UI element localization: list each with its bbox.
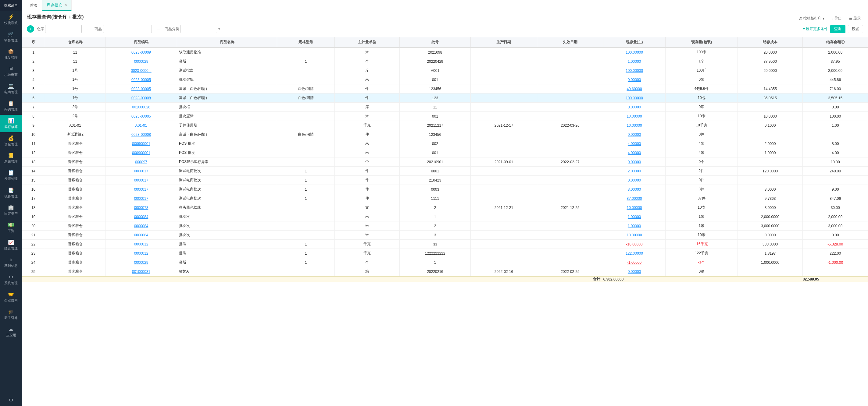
cell-amount: 9.00 — [803, 185, 868, 194]
cell-qty[interactable]: 0.00000 — [603, 103, 665, 112]
cell-unit: 支 — [335, 203, 399, 212]
cell-code[interactable]: 0000012 — [105, 240, 177, 249]
tab-inventory-batch[interactable]: 库存批次 ✕ — [42, 0, 72, 11]
sidebar-item-finance[interactable]: 💰 资金管理 — [0, 132, 22, 149]
sidebar-item-purchase[interactable]: 📋 采购管理 — [0, 98, 22, 115]
cell-qty[interactable]: 0.00000 — [603, 158, 665, 167]
category-input[interactable] — [181, 25, 217, 33]
table-row: 20普客粮仓0000084批次次米21.000001米3,000.00003,0… — [22, 222, 868, 231]
cell-code[interactable]: 0023-0000... — [105, 66, 177, 75]
cell-code[interactable]: 0023-00005 — [105, 75, 177, 84]
cell-qty[interactable]: 3.00000 — [603, 185, 665, 194]
cell-pkg: 10米 — [665, 231, 738, 240]
cell-cost: 3.0000 — [738, 185, 803, 194]
expand-conditions-btn[interactable]: ▾ 展开更多条件 — [803, 27, 828, 32]
cell-code[interactable]: 0000017 — [105, 176, 177, 185]
cell-qty[interactable]: 2.00000 — [603, 167, 665, 176]
sidebar-logo[interactable]: 搜索菜单 — [0, 0, 22, 11]
cell-code[interactable]: 0023-00009 — [105, 47, 177, 57]
sidebar-item-tax[interactable]: 📑 税务管理 — [0, 184, 22, 202]
sidebar-item-inventory[interactable]: 📊 库存核算 — [0, 115, 22, 132]
print-btn[interactable]: 🖨 按模板打印 ▾ — [796, 14, 827, 22]
cell-code[interactable]: 0000084 — [105, 231, 177, 240]
sidebar-item-ecom[interactable]: 💻 电商管理 — [0, 80, 22, 98]
cell-qty[interactable]: 10.00000 — [603, 121, 665, 130]
cell-code[interactable]: 0023-00008 — [105, 130, 177, 139]
cell-qty[interactable]: 10.00000 — [603, 112, 665, 121]
cell-qty[interactable]: 100.00000 — [603, 47, 665, 57]
cell-code[interactable]: 0023-00005 — [105, 112, 177, 121]
cell-code[interactable]: 000900001 — [105, 139, 177, 148]
cell-qty[interactable]: 100.00000 — [603, 66, 665, 75]
cell-qty[interactable]: 10.00000 — [603, 203, 665, 212]
sidebar-item-salary[interactable]: 💵 工资 — [0, 219, 22, 236]
sidebar-item-invoice[interactable]: 🧾 发票管理 — [0, 167, 22, 184]
product-input[interactable] — [103, 25, 152, 33]
cell-pkg: 100米 — [665, 47, 738, 57]
query-btn[interactable]: 查询 — [830, 25, 845, 33]
sidebar-item-wholesale[interactable]: 📦 批发管理 — [0, 46, 22, 63]
table-container[interactable]: 序 仓库名称 商品编码 商品名称 规格型号 主计量单位 批号 生产日期 失效日期… — [22, 37, 868, 406]
warehouse-input[interactable] — [45, 25, 82, 33]
cell-qty[interactable]: 1.00000 — [603, 212, 665, 222]
sidebar-item-nav[interactable]: ⚡ 快捷导航 — [0, 11, 22, 28]
search-toggle-btn[interactable]: › — [27, 25, 34, 33]
sidebar-item-system[interactable]: ⚙ 系统管理 — [0, 271, 22, 289]
cell-spec: 1 — [277, 176, 335, 185]
cell-qty[interactable]: 100.00000 — [603, 94, 665, 103]
cell-qty[interactable]: -16.00000 — [603, 240, 665, 249]
cell-qty[interactable]: 0.00000 — [603, 130, 665, 139]
cell-code[interactable]: 0000084 — [105, 212, 177, 222]
cell-code[interactable]: 000097 — [105, 158, 177, 167]
cell-code[interactable]: 0000017 — [105, 167, 177, 176]
tab-close-icon[interactable]: ✕ — [64, 3, 67, 7]
cell-code[interactable]: 0000084 — [105, 222, 177, 231]
sidebar-item-xrec[interactable]: 🖥 小融电商 — [0, 63, 22, 80]
cell-unit: 件 — [335, 194, 399, 203]
cell-qty[interactable]: 49.60000 — [603, 84, 665, 94]
tab-home[interactable]: 首页 — [26, 0, 42, 11]
cell-warehouse: 普客粮仓 — [45, 249, 105, 258]
sidebar-item-guide[interactable]: 🎓 新手引导 — [0, 306, 22, 323]
cell-qty[interactable]: 4.00000 — [603, 148, 665, 158]
cell-qty[interactable]: 87.00000 — [603, 194, 665, 203]
cell-code[interactable]: 0000012 — [105, 249, 177, 258]
cell-warehouse: 2号 — [45, 103, 105, 112]
sidebar-item-ledger[interactable]: 📒 总账管理 — [0, 149, 22, 167]
display-btn[interactable]: ☰ 显示 — [847, 14, 863, 22]
sidebar-item-cloud[interactable]: ☁ 云应用 — [0, 323, 22, 340]
cell-qty[interactable]: 0.00000 — [603, 267, 665, 276]
cell-qty[interactable]: 10.00000 — [603, 231, 665, 240]
sidebar-item-basic-info[interactable]: ℹ 基础信息 — [0, 254, 22, 271]
cell-batch: 2 — [400, 203, 471, 212]
cell-code[interactable]: 0000017 — [105, 185, 177, 194]
sidebar-item-collab[interactable]: 🤝 企业协同 — [0, 289, 22, 306]
sidebar-settings-btn[interactable]: ⚙ — [0, 394, 22, 406]
cell-qty[interactable]: 0.00000 — [603, 75, 665, 84]
cell-prod — [471, 176, 537, 185]
cell-code[interactable]: 001000026 — [105, 103, 177, 112]
cell-qty[interactable]: -1.00000 — [603, 258, 665, 267]
sidebar-item-retail[interactable]: 🛒 零售管理 — [0, 28, 22, 46]
cell-code[interactable]: 0023-00008 — [105, 94, 177, 103]
cell-qty[interactable]: 1.00000 — [603, 57, 665, 66]
cell-code[interactable]: 000900001 — [105, 148, 177, 158]
cell-code[interactable]: A01-01 — [105, 121, 177, 130]
system-icon: ⚙ — [9, 274, 13, 280]
cell-code[interactable]: 0000017 — [105, 194, 177, 203]
cell-qty[interactable]: 0.00000 — [603, 176, 665, 185]
cell-qty[interactable]: 4.00000 — [603, 139, 665, 148]
cell-code[interactable]: 0023-00005 — [105, 84, 177, 94]
table-row: 12普客粮仓000900001POS 批次米0014.000004米1.0000… — [22, 148, 868, 158]
cell-qty[interactable]: 1.00000 — [603, 222, 665, 231]
sidebar-item-operations[interactable]: 📈 经营管理 — [0, 236, 22, 254]
settings-btn[interactable]: 设置 — [848, 25, 863, 33]
sidebar-item-fixed-assets[interactable]: 🏢 固定资产 — [0, 202, 22, 219]
cell-code[interactable]: 0000029 — [105, 57, 177, 66]
cell-code[interactable]: 0000029 — [105, 258, 177, 267]
cell-qty[interactable]: 122.00000 — [603, 249, 665, 258]
export-btn[interactable]: ↑ 导出 — [829, 14, 844, 22]
cell-code[interactable]: 0000078 — [105, 203, 177, 212]
category-dropdown-icon[interactable]: ▾ — [218, 27, 220, 31]
cell-code[interactable]: 001000031 — [105, 267, 177, 276]
